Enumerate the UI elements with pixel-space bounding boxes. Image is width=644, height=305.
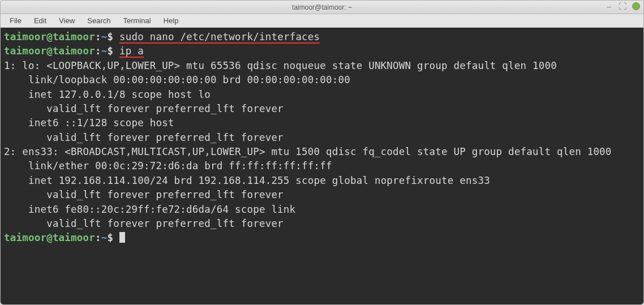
prompt-userhost: taimoor@taimoor <box>4 232 95 243</box>
menu-edit[interactable]: Edit <box>28 15 52 26</box>
output-line: link/loopback 00:00:00:00:00:00 brd 00:0… <box>4 74 350 85</box>
menu-view[interactable]: View <box>53 15 80 26</box>
titlebar: taimoor@taimoor: ~ – ⛶ <box>1 1 643 14</box>
command-text: sudo nano /etc/network/interfaces <box>119 31 320 44</box>
cursor <box>119 232 125 243</box>
output-line: valid_lft forever preferred_lft forever <box>4 132 284 143</box>
menubar: File Edit View Search Terminal Help <box>1 14 643 28</box>
window-title: taimoor@taimoor: ~ <box>292 3 352 11</box>
prompt-symbol: $ <box>108 232 114 243</box>
close-icon[interactable] <box>632 2 640 10</box>
menu-terminal[interactable]: Terminal <box>118 15 157 26</box>
output-line: valid_lft forever preferred_lft forever <box>4 218 284 229</box>
output-line: link/ether 00:0c:29:72:d6:da brd ff:ff:f… <box>4 160 332 171</box>
prompt-path: ~ <box>101 45 108 57</box>
prompt-path: ~ <box>101 232 108 243</box>
prompt-colon: : <box>95 232 101 243</box>
prompt-userhost: taimoor@taimoor <box>4 45 95 57</box>
maximize-icon[interactable]: ⛶ <box>619 2 626 10</box>
prompt-symbol: $ <box>108 31 114 42</box>
prompt-path: ~ <box>101 31 108 42</box>
output-line: 1: lo: <LOOPBACK,UP,LOWER_UP> mtu 65536 … <box>4 60 557 71</box>
output-line: inet6 ::1/128 scope host <box>4 117 174 128</box>
command-text: ip a <box>119 45 144 58</box>
prompt-symbol: $ <box>108 45 114 57</box>
window-controls: – ⛶ <box>605 2 640 10</box>
output-line: inet 192.168.114.100/24 brd 192.168.114.… <box>4 175 490 186</box>
menu-help[interactable]: Help <box>158 15 184 26</box>
prompt-colon: : <box>95 45 101 57</box>
output-line: inet6 fe80::20c:29ff:fe72:d6da/64 scope … <box>4 204 295 215</box>
output-line: valid_lft forever preferred_lft forever <box>4 189 284 200</box>
menu-file[interactable]: File <box>4 15 27 26</box>
output-line: inet 127.0.0.1/8 scope host lo <box>4 89 211 100</box>
menu-search[interactable]: Search <box>81 15 116 26</box>
output-line: valid_lft forever preferred_lft forever <box>4 103 284 114</box>
output-line: 2: ens33: <BROADCAST,MULTICAST,UP,LOWER_… <box>4 146 612 157</box>
minimize-icon[interactable]: – <box>605 2 613 10</box>
prompt-userhost: taimoor@taimoor <box>4 31 95 42</box>
prompt-colon: : <box>95 31 101 42</box>
terminal[interactable]: taimoor@taimoor:~$ sudo nano /etc/networ… <box>1 28 643 304</box>
